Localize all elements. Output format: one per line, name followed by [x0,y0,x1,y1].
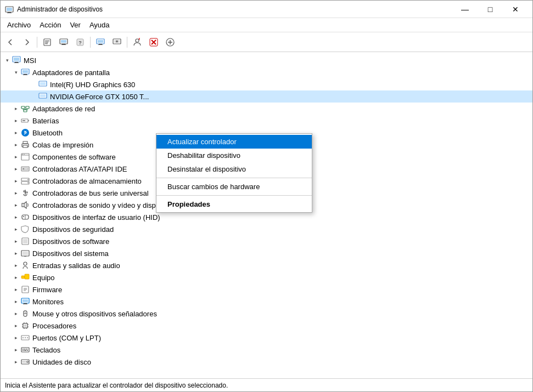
svg-rect-37 [26,106,29,109]
expander-procesadores[interactable]: ▸ [12,321,20,330]
expander-audio[interactable]: ▸ [12,261,20,270]
tree-item-firmware[interactable]: ▸ Firmware [1,283,532,296]
context-menu: Actualizar controlador Deshabilitar disp… [156,133,312,213]
expander-adaptadores-pantalla[interactable]: ▾ [12,68,20,77]
firmware-icon [20,285,30,294]
minimize-button[interactable]: — [452,1,478,18]
svg-point-42 [21,129,29,137]
toolbar-device2[interactable] [109,35,125,50]
svg-rect-35 [40,94,46,97]
tree-item-baterias[interactable]: ▸ Baterías [1,115,532,127]
network-icon [20,104,30,113]
menu-bar: Archivo Acción Ver Ayuda [1,18,532,32]
label-bluetooth: Bluetooth [32,129,63,137]
svg-point-20 [116,40,118,42]
tree-label-msi: MSI [24,56,36,65]
svg-rect-25 [14,58,19,61]
expander-dispositivos-software[interactable]: ▸ [12,237,20,246]
expander-baterias[interactable]: ▸ [12,116,20,125]
content-area: ▾ MSI ▾ [1,52,532,378]
ctx-actualizar-controlador[interactable]: Actualizar controlador [156,135,312,149]
toolbar-device1[interactable] [93,35,108,50]
svg-rect-16 [99,44,102,44]
menu-ver[interactable]: Ver [65,19,85,31]
usb-icon [20,188,30,198]
expander-teclados[interactable]: ▸ [12,345,20,354]
expander-hid[interactable]: ▸ [12,213,20,221]
tree-item-puertos[interactable]: ▸ Puertos (COM y LPT) [1,332,532,344]
ctx-buscar-cambios[interactable]: Buscar cambios de hardware [156,180,312,194]
tree-item-procesadores[interactable]: ▸ Procesadores [1,320,532,332]
expander-sonido[interactable]: ▸ [12,201,20,209]
device-tree[interactable]: ▾ MSI ▾ [1,52,532,378]
svg-rect-1 [7,8,12,11]
toolbar: ? [1,32,532,52]
svg-point-54 [27,179,29,180]
ctx-deshabilitar-dispositivo[interactable]: Deshabilitar dispositivo [156,149,312,162]
svg-rect-26 [15,62,18,63]
toolbar-forward[interactable] [19,35,35,50]
expander-firmware[interactable]: ▸ [12,285,20,294]
tree-item-dispositivos-software[interactable]: ▸ Dispositivos de software [1,235,532,247]
toolbar-user[interactable] [130,35,145,50]
ctx-desinstalar-dispositivo[interactable]: Desinstalar el dispositivo [156,162,312,176]
tree-item-mouse[interactable]: ▸ Mouse y otros dispositivos señaladores [1,308,532,320]
toolbar-help[interactable]: ? [72,35,88,50]
expander-usb[interactable]: ▸ [12,189,20,197]
tree-item-adaptadores-red[interactable]: ▸ Adaptadores de red [1,103,532,115]
tree-item-adaptadores-pantalla[interactable]: ▾ Adaptadores de pantalla [1,66,532,78]
tree-item-hid[interactable]: ▸ Dispositivos de interfaz de usuario (H… [1,211,532,223]
tree-item-monitores[interactable]: ▸ Monitores [1,296,532,308]
maximize-button[interactable]: □ [478,1,503,18]
tree-item-seguridad[interactable]: ▸ Dispositivos de seguridad [1,223,532,235]
svg-rect-94 [23,350,24,351]
tree-root-msi[interactable]: ▾ MSI [1,54,532,66]
ctx-propiedades[interactable]: Propiedades [156,197,312,211]
expander-componentes-software[interactable]: ▸ [12,152,20,161]
svg-rect-38 [24,110,27,112]
svg-rect-89 [21,348,29,352]
bluetooth-icon [20,128,30,138]
toolbar-remove[interactable] [146,35,161,50]
expander-unidades-disco[interactable]: ▸ [12,357,20,366]
tree-item-equipo[interactable]: ▸ Equipo [1,271,532,283]
expander-ata[interactable]: ▸ [12,164,20,173]
tree-item-sistema[interactable]: ▸ Dispositivos del sistema [1,247,532,259]
audio-io-icon [20,260,30,270]
label-ata: Controladoras ATA/ATAPI IDE [32,165,127,173]
menu-archivo[interactable]: Archivo [3,19,35,31]
expander-msi[interactable]: ▾ [3,56,12,65]
ports-icon [20,333,30,343]
menu-ayuda[interactable]: Ayuda [85,19,114,31]
expander-equipo[interactable]: ▸ [12,273,20,282]
tree-item-teclados[interactable]: ▸ Teclados [1,344,532,356]
expander-almacenamiento[interactable]: ▸ [12,177,20,185]
tree-item-unidades-disco[interactable]: ▸ Unidades de disco [1,356,532,368]
close-button[interactable]: ✕ [503,1,528,18]
toolbar-scan[interactable] [56,35,71,50]
expander-puertos[interactable]: ▸ [12,333,20,342]
expander-sistema[interactable]: ▸ [12,249,20,258]
expander-adaptadores-red[interactable]: ▸ [12,104,20,113]
ata-icon [20,164,30,174]
menu-accion[interactable]: Acción [35,19,65,31]
toolbar-properties[interactable] [40,35,55,50]
svg-point-98 [27,361,29,363]
tree-item-nvidia[interactable]: ▸ NVIDIA GeForce GTX 1050 T... [1,90,532,103]
expander-bluetooth[interactable]: ▸ [12,128,20,137]
expander-monitores[interactable]: ▸ [12,297,20,306]
label-puertos: Puertos (COM y LPT) [32,334,101,342]
label-hid: Dispositivos de interfaz de usuario (HID… [32,213,160,221]
status-bar: Inicia el Asistente para actualizar el c… [1,378,532,391]
tree-item-audio[interactable]: ▸ Entradas y salidas de audio [1,259,532,271]
svg-rect-7 [45,43,48,44]
toolbar-add[interactable] [162,35,178,50]
tree-item-intel-uhd[interactable]: ▸ Intel(R) UHD Graphics 630 [1,78,532,90]
toolbar-back[interactable] [3,35,18,50]
expander-colas-impresion[interactable]: ▸ [12,140,20,149]
monitor-icon [20,297,30,306]
svg-rect-31 [23,75,27,75]
expander-mouse[interactable]: ▸ [12,309,20,318]
mouse-icon [20,309,30,319]
expander-seguridad[interactable]: ▸ [12,225,20,234]
